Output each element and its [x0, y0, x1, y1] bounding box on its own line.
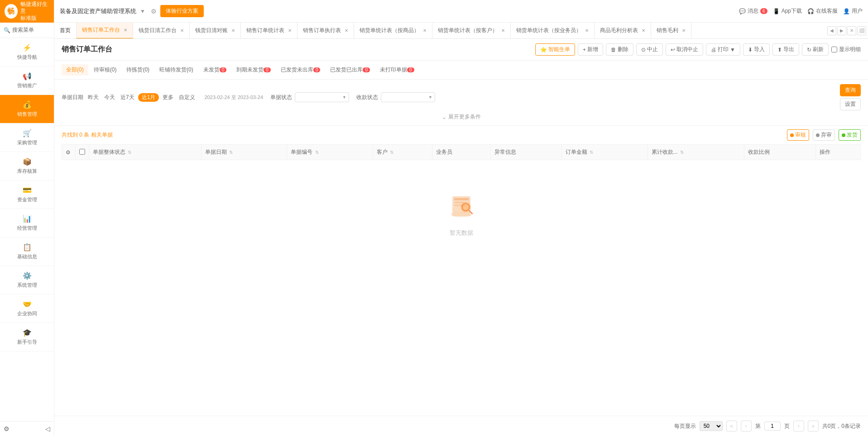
tab-close-sales-exec[interactable]: ✕ [345, 28, 348, 33]
import-btn[interactable]: ⬇ 导入 [743, 43, 770, 56]
online-service-btn[interactable]: 🎧 在线客服 [807, 7, 838, 15]
filter-settings-btn[interactable]: 设置 [840, 98, 861, 110]
sub-tab-shipped-out[interactable]: 已发货已出库0 [326, 64, 374, 76]
page-input[interactable] [764, 422, 781, 431]
tab-sales-stats[interactable]: 销售订单统计表 ✕ [241, 23, 297, 39]
tab-close-sales-workbench[interactable]: ✕ [124, 28, 127, 33]
page-first-btn[interactable]: « [726, 421, 737, 431]
page-last-btn[interactable]: » [808, 421, 819, 431]
tab-next-btn[interactable]: ▶ [837, 26, 846, 35]
tab-expand-btn[interactable]: ⬜ [857, 26, 866, 35]
sidebar-item-enterprise[interactable]: 🤝 企业协同 [0, 294, 54, 323]
sub-tab-shipped-not-out[interactable]: 已发货未出库0 [276, 64, 325, 76]
tab-sales-profit[interactable]: 销售毛利 ✕ [651, 23, 691, 39]
tab-sales-summary-customer[interactable]: 销货单统计表（按客户） ✕ [432, 23, 511, 39]
sidebar-item-system[interactable]: ⚙️ 系统管理 [0, 266, 54, 294]
app-download-btn[interactable]: 📱 App下载 [773, 7, 802, 15]
tab-sales-workbench[interactable]: 销售订单工作台 ✕ [77, 23, 133, 39]
show-detail-checkbox[interactable]: 显示明细 [831, 46, 861, 53]
settings-col-icon[interactable]: ⚙ [66, 149, 71, 156]
date-opt-yesterday[interactable]: 昨天 [86, 93, 101, 102]
tab-close-summary-customer[interactable]: ✕ [501, 28, 505, 33]
tab-cash-reconcile[interactable]: 钱货日清工作台 ✕ [133, 23, 190, 39]
smart-order-btn[interactable]: ⭐ 智能生单 [535, 43, 575, 56]
empty-text: 暂无数据 [450, 229, 473, 237]
topbar-settings-icon[interactable]: ⚙ [151, 8, 157, 15]
page-prev-btn[interactable]: ‹ [741, 421, 752, 431]
user-btn[interactable]: 👤 用户 [843, 7, 863, 15]
date-opt-7days[interactable]: 近7天 [119, 93, 136, 102]
industry-btn[interactable]: 体验行业方案 [160, 5, 204, 17]
sidebar-item-operations[interactable]: 📊 经营管理 [0, 209, 54, 237]
select-all-checkbox[interactable] [79, 149, 85, 155]
show-detail-input[interactable] [831, 47, 837, 52]
sort-received-icon[interactable]: ⇅ [680, 150, 684, 155]
page-size-select[interactable]: 50 20 100 [700, 421, 723, 431]
tab-close-summary-staff[interactable]: ✕ [585, 28, 589, 33]
tab-sales-summary-staff[interactable]: 销货单统计表（按业务员） ✕ [511, 23, 595, 39]
query-btn[interactable]: 查询 [840, 84, 861, 96]
page-next-btn[interactable]: › [793, 421, 804, 431]
sidebar-item-purchase[interactable]: 🛒 采购管理 [0, 123, 54, 152]
add-btn[interactable]: + 新增 [578, 43, 603, 56]
tab-close-sales-profit[interactable]: ✕ [682, 28, 686, 33]
tab-prev-btn[interactable]: ◀ [827, 26, 836, 35]
date-opt-custom[interactable]: 自定义 [177, 93, 197, 102]
ship-action-btn[interactable]: 发货 [839, 129, 861, 141]
tab-product-margin[interactable]: 商品毛利分析表 ✕ [595, 23, 651, 39]
tab-close-product-margin[interactable]: ✕ [642, 28, 645, 33]
sub-tab-not-printed[interactable]: 未打印单据0 [375, 64, 419, 76]
export-btn[interactable]: ⬆ 导出 [772, 43, 799, 56]
sidebar-item-inventory[interactable]: 📦 库存核算 [0, 152, 54, 180]
print-btn[interactable]: 🖨 打印 ▼ [706, 43, 740, 56]
table-area: 共找到 0 条 相关单据 审核 弃审 [54, 126, 868, 416]
sub-tab-pending-review[interactable]: 待审核(0) [89, 64, 121, 76]
sort-amount-icon[interactable]: ⇅ [590, 150, 593, 155]
sidebar-item-search[interactable]: 🔍 搜索菜单 [0, 23, 54, 38]
topbar-dropdown-icon[interactable]: ▼ [140, 8, 145, 14]
data-table: ⚙ 单据整体状态 ⇅ 单据日期 ⇅ [62, 144, 861, 160]
sidebar-item-marketing[interactable]: 📢 营销推广 [0, 66, 54, 95]
tab-close-summary-product[interactable]: ✕ [423, 28, 427, 33]
sort-date-icon[interactable]: ⇅ [229, 150, 233, 155]
sub-tab-wangpu[interactable]: 旺铺待发货(0) [155, 64, 198, 76]
tab-cash-goods[interactable]: 钱货日清对账 ✕ [190, 23, 241, 39]
sub-tab-all[interactable]: 全部(0) [62, 64, 88, 76]
delete-btn[interactable]: 🗑 删除 [606, 43, 633, 56]
money-icon: 💰 [23, 100, 32, 109]
sub-tab-not-shipped[interactable]: 未发货0 [199, 64, 231, 76]
sidebar-item-finance[interactable]: 💳 资金管理 [0, 180, 54, 209]
refresh-btn[interactable]: ↻ 刷新 [802, 43, 829, 56]
stop-btn[interactable]: ⊙ 中止 [636, 43, 663, 56]
sort-customer-icon[interactable]: ⇅ [390, 150, 393, 155]
tab-close-cash-reconcile[interactable]: ✕ [180, 28, 184, 33]
box-icon: 📦 [23, 157, 32, 166]
tab-close-sales-stats[interactable]: ✕ [288, 28, 292, 33]
sidebar-item-sales[interactable]: 💰 销售管理 [0, 95, 54, 123]
date-opt-today[interactable]: 今天 [102, 93, 117, 102]
filter-payment-select[interactable] [381, 92, 435, 102]
collapse-sidebar-icon[interactable]: ◁ [45, 425, 50, 432]
tab-home[interactable]: 首页 [54, 23, 77, 39]
sort-status-icon[interactable]: ⇅ [128, 150, 131, 155]
sub-tab-overdue[interactable]: 到期未发货0 [232, 64, 275, 76]
tab-close-all-btn[interactable]: ✕ [847, 26, 856, 35]
cancel-stop-btn[interactable]: ↩ 取消中止 [666, 43, 703, 56]
tab-close-cash-goods[interactable]: ✕ [231, 28, 235, 33]
filter-area: 单据日期 昨天 今天 近7天 近1月 更多 自定义 2023-02-24 至 2… [54, 80, 868, 126]
sidebar-item-quick-nav[interactable]: ⚡ 快捷导航 [0, 38, 54, 66]
tab-sales-exec[interactable]: 销售订单执行表 ✕ [297, 23, 354, 39]
expand-more-btn[interactable]: ⌄ 展开更多条件 [62, 113, 861, 121]
filter-status-select[interactable] [295, 92, 349, 102]
tab-sales-summary-product[interactable]: 销货单统计表（按商品） ✕ [354, 23, 432, 39]
settings-icon[interactable]: ⚙ [4, 425, 10, 432]
date-opt-more[interactable]: 更多 [161, 93, 175, 102]
sort-number-icon[interactable]: ⇅ [315, 150, 319, 155]
message-btn[interactable]: 💬 消息 6 [739, 7, 767, 15]
date-opt-1month[interactable]: 近1月 [138, 93, 159, 102]
sub-tab-pending-check[interactable]: 待拣货(0) [122, 64, 154, 76]
cancel-review-btn[interactable]: 弃审 [813, 129, 835, 141]
review-action-btn[interactable]: 审核 [787, 129, 809, 141]
sidebar-item-basic-info[interactable]: 📋 基础信息 [0, 237, 54, 266]
sidebar-item-guide[interactable]: 🎓 新手引导 [0, 323, 54, 351]
